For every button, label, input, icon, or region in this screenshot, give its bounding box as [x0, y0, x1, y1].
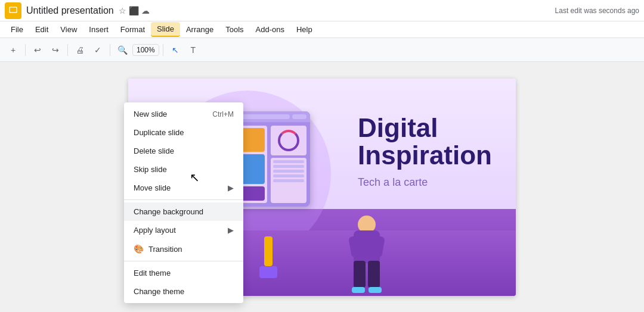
edit-theme-label: Edit theme — [134, 269, 171, 277]
toolbar-undo[interactable]: ↩ — [29, 42, 46, 58]
new-slide-shortcut: Ctrl+M — [212, 110, 234, 118]
toolbar-sep-4 — [163, 44, 163, 56]
change-background-label: Change background — [134, 207, 203, 216]
move-slide-label: Move slide — [134, 183, 171, 192]
doc-title[interactable]: Untitled presentation — [26, 5, 114, 16]
menu-bar: File Edit View Insert Format Slide Arran… — [0, 21, 644, 38]
plant — [259, 236, 277, 278]
cloud-icon[interactable]: ☁ — [141, 6, 150, 15]
menu-help[interactable]: Help — [290, 23, 318, 36]
menu-arrange[interactable]: Arrange — [180, 23, 219, 36]
toolbar-text[interactable]: T — [185, 42, 202, 58]
skip-slide-label: Skip slide — [134, 165, 167, 174]
menu-delete-slide[interactable]: Delete slide — [124, 142, 243, 160]
dropdown-menu: New slide Ctrl+M Duplicate slide Delete … — [124, 102, 243, 303]
toolbar: + ↩ ↪ 🖨 ✓ 🔍 100% ↖ T — [0, 38, 644, 62]
toolbar-print[interactable]: 🖨 — [72, 42, 88, 58]
change-theme-label: Change theme — [134, 287, 184, 296]
menu-insert[interactable]: Insert — [83, 23, 114, 36]
menu-transition[interactable]: 🎨 Transition — [124, 239, 243, 258]
toolbar-sep-2 — [67, 44, 68, 56]
menu-edit-theme[interactable]: Edit theme — [124, 264, 243, 282]
toolbar-redo[interactable]: ↪ — [47, 42, 64, 58]
slide-title: DigitalInspiration — [358, 114, 492, 169]
toolbar-sep-3 — [110, 44, 110, 56]
svg-rect-1 — [10, 7, 17, 12]
menu-slide[interactable]: Slide — [151, 22, 180, 37]
slide-subtitle: Tech a la carte — [358, 176, 492, 189]
title-bar: Untitled presentation ☆ ⬛ ☁ Last edit wa… — [0, 0, 644, 21]
menu-duplicate-slide[interactable]: Duplicate slide — [124, 123, 243, 142]
menu-tools[interactable]: Tools — [219, 23, 249, 36]
folder-icon[interactable]: ⬛ — [129, 6, 139, 15]
menu-apply-layout[interactable]: Apply layout ▶ — [124, 221, 243, 239]
menu-file[interactable]: File — [5, 23, 29, 36]
menu-section-3: Edit theme Change theme — [124, 261, 243, 301]
duplicate-slide-label: Duplicate slide — [134, 128, 184, 137]
apply-layout-label: Apply layout — [134, 226, 176, 235]
toolbar-zoom-level[interactable]: 100% — [132, 44, 159, 56]
menu-view[interactable]: View — [54, 23, 83, 36]
apply-layout-arrow: ▶ — [228, 226, 234, 235]
menu-change-background[interactable]: Change background — [124, 202, 243, 221]
app-logo — [5, 2, 21, 19]
toolbar-add[interactable]: + — [5, 42, 21, 58]
star-icon[interactable]: ☆ — [119, 6, 126, 15]
toolbar-zoom-out[interactable]: 🔍 — [114, 42, 131, 58]
slide-text-area: DigitalInspiration Tech a la carte — [358, 114, 492, 189]
menu-edit[interactable]: Edit — [29, 23, 54, 36]
toolbar-cursor[interactable]: ↖ — [167, 42, 184, 58]
menu-move-slide[interactable]: Move slide ▶ — [124, 179, 243, 197]
move-slide-arrow: ▶ — [228, 183, 234, 192]
menu-section-2: Change background Apply layout ▶ 🎨 Trans… — [124, 199, 243, 258]
delete-slide-label: Delete slide — [134, 146, 174, 155]
menu-change-theme[interactable]: Change theme — [124, 282, 243, 301]
toolbar-spellcheck[interactable]: ✓ — [89, 42, 106, 58]
character — [349, 216, 385, 293]
toolbar-sep-1 — [25, 44, 26, 56]
last-edit: Last edit was seconds ago — [555, 7, 639, 15]
transition-label: Transition — [148, 245, 182, 254]
transition-icon: 🎨 — [134, 244, 144, 254]
main-area: DigitalInspiration Tech a la carte — [0, 62, 644, 312]
menu-new-slide[interactable]: New slide Ctrl+M — [124, 105, 243, 123]
new-slide-label: New slide — [134, 110, 167, 118]
menu-skip-slide[interactable]: Skip slide — [124, 160, 243, 179]
slide-panel: DigitalInspiration Tech a la carte — [0, 62, 644, 312]
menu-format[interactable]: Format — [114, 23, 151, 36]
menu-addons[interactable]: Add-ons — [250, 23, 290, 36]
